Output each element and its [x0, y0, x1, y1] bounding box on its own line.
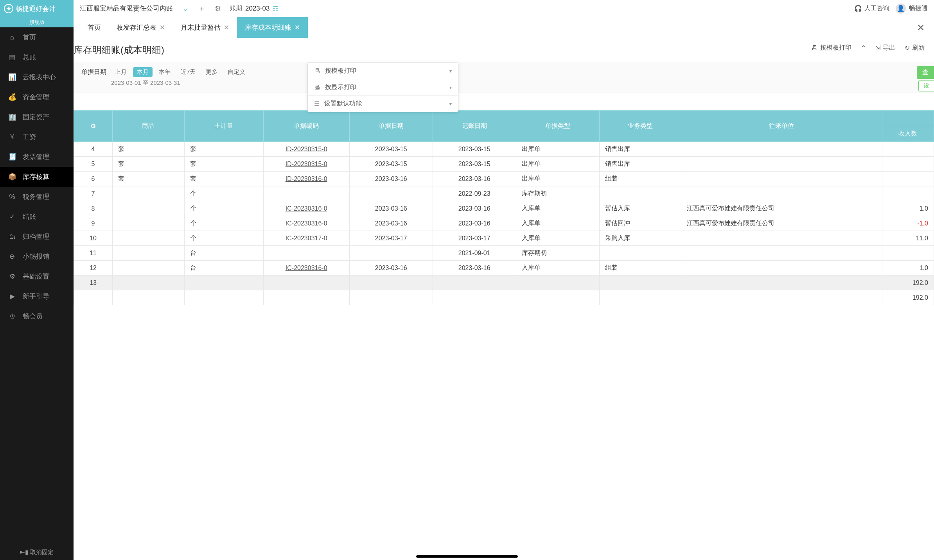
- table-row[interactable]: 12 台 IC-20230316-0 2023-03-16 2023-03-16…: [74, 261, 934, 276]
- table-row[interactable]: 5 套 套 ID-20230315-0 2023-03-15 2023-03-1…: [74, 157, 934, 172]
- cell-docdate: [349, 186, 433, 201]
- row-number: 8: [74, 201, 113, 216]
- date-chip-5[interactable]: 自定义: [224, 67, 249, 77]
- column-party: 往来单位: [681, 111, 882, 142]
- table-row[interactable]: 11 台 2021-09-01 库存期初: [74, 246, 934, 261]
- gear-icon[interactable]: ⚙: [215, 4, 221, 13]
- nav-icon-13: ▶: [8, 292, 16, 301]
- table-row[interactable]: 13 192.0: [74, 276, 934, 290]
- cell-product: [113, 216, 185, 231]
- period-value[interactable]: 2023-03: [245, 5, 269, 13]
- table-row[interactable]: 4 套 套 ID-20230315-0 2023-03-15 2023-03-1…: [74, 142, 934, 157]
- tab-3[interactable]: 库存成本明细账✕: [237, 17, 308, 38]
- cell-docdate: 2023-03-15: [349, 142, 433, 157]
- cell-unit: 个: [184, 186, 263, 201]
- sidebar-item-4[interactable]: 🏢固定资产: [0, 107, 74, 127]
- sidebar-item-14[interactable]: ♔畅会员: [0, 306, 74, 326]
- cell-postdate: 2023-03-16: [433, 216, 516, 231]
- settings-button[interactable]: 设: [918, 80, 934, 91]
- sidebar-item-13[interactable]: ▶新手引导: [0, 286, 74, 306]
- sidebar-item-10[interactable]: 🗂归档管理: [0, 227, 74, 247]
- date-chip-3[interactable]: 近7天: [177, 67, 199, 77]
- export-button[interactable]: ⇲ 导出: [875, 44, 895, 52]
- cell-postdate: 2021-09-01: [433, 246, 516, 261]
- doc-no-link[interactable]: IC-20230316-0: [263, 201, 349, 216]
- cell-postdate: 2023-03-15: [433, 157, 516, 172]
- dropdown-label: 按显示打印: [325, 83, 356, 91]
- sidebar-item-11[interactable]: ⊖小畅报销: [0, 247, 74, 267]
- sidebar-item-5[interactable]: ¥工资: [0, 127, 74, 147]
- print-template-button[interactable]: 🖶 按模板打印: [812, 44, 851, 52]
- sidebar-unpin[interactable]: ⇤▮ 取消固定: [0, 549, 74, 556]
- filter-bar: 单据日期 上月本月本年近7天更多自定义 2023-03-01 至 2023-03…: [74, 62, 934, 93]
- chevron-down-icon[interactable]: ⌄: [182, 4, 188, 13]
- cell: [263, 276, 349, 290]
- sidebar-item-3[interactable]: 💰资金管理: [0, 87, 74, 107]
- cell: [263, 186, 349, 201]
- column-gear[interactable]: ⚙: [74, 111, 113, 142]
- date-chip-4[interactable]: 更多: [202, 67, 221, 77]
- date-chip-0[interactable]: 上月: [111, 67, 131, 77]
- cell-unit: 台: [184, 261, 263, 276]
- calendar-icon[interactable]: ☶: [273, 5, 278, 12]
- doc-no-link[interactable]: ID-20230316-0: [263, 172, 349, 186]
- row-number: 9: [74, 216, 113, 231]
- cell-product: [113, 276, 185, 290]
- sidebar-item-0[interactable]: ⌂首页: [0, 27, 74, 47]
- add-icon[interactable]: ＋: [198, 4, 205, 13]
- nav-label: 资金管理: [23, 93, 49, 102]
- doc-no-link[interactable]: ID-20230315-0: [263, 142, 349, 157]
- page-toolbar: 🖶 按模板打印 ⌃ ⇲ 导出 ↻ 刷新: [812, 44, 925, 52]
- cell-doctype: 库存期初: [516, 246, 599, 261]
- company-selector[interactable]: 江西服宝精品有限责任公司内账: [80, 4, 173, 13]
- table-row[interactable]: 6 套 套 ID-20230316-0 2023-03-16 2023-03-1…: [74, 172, 934, 186]
- sidebar-item-12[interactable]: ⚙基础设置: [0, 267, 74, 286]
- cell-postdate: 2023-03-15: [433, 142, 516, 157]
- table-row[interactable]: 9 个 IC-20230316-0 2023-03-16 2023-03-16 …: [74, 216, 934, 231]
- sidebar-item-9[interactable]: ✓结账: [0, 207, 74, 227]
- cell-income: [882, 246, 934, 261]
- date-range: 2023-03-01 至 2023-03-31: [111, 79, 249, 87]
- chevron-down-icon: ▾: [449, 68, 452, 74]
- table-row[interactable]: 8 个 IC-20230316-0 2023-03-16 2023-03-16 …: [74, 201, 934, 216]
- tab-2[interactable]: 月末批量暂估✕: [173, 17, 237, 38]
- table-row[interactable]: 10 个 IC-20230317-0 2023-03-17 2023-03-17…: [74, 231, 934, 246]
- sidebar-item-1[interactable]: ▤总账: [0, 47, 74, 67]
- tab-1[interactable]: 收发存汇总表✕: [109, 17, 173, 38]
- nav-label: 税务管理: [23, 192, 49, 201]
- table-row[interactable]: 7 个 2022-09-23 库存期初: [74, 186, 934, 201]
- doc-no-link[interactable]: IC-20230316-0: [263, 261, 349, 276]
- tab-0[interactable]: 首页: [80, 17, 109, 38]
- tab-close-icon[interactable]: ✕: [295, 23, 300, 32]
- sidebar-item-6[interactable]: 🧾发票管理: [0, 147, 74, 167]
- dropdown-item-1[interactable]: 🖶按显示打印▾: [308, 79, 458, 96]
- cell-docdate: 2023-03-16: [349, 261, 433, 276]
- close-all-tabs-icon[interactable]: ✕: [914, 21, 928, 35]
- refresh-button[interactable]: ↻ 刷新: [905, 44, 925, 52]
- nav-label: 归档管理: [23, 232, 49, 241]
- sidebar-item-2[interactable]: 📊云报表中心: [0, 67, 74, 87]
- doc-no-link[interactable]: ID-20230315-0: [263, 157, 349, 172]
- gear-icon: ⚙: [90, 123, 96, 129]
- dropdown-item-0[interactable]: 🖶按模板打印▾: [308, 63, 458, 79]
- sidebar-item-8[interactable]: %税务管理: [0, 187, 74, 207]
- tab-close-icon[interactable]: ✕: [160, 23, 165, 32]
- doc-no-link[interactable]: IC-20230316-0: [263, 216, 349, 231]
- doc-no-link[interactable]: IC-20230317-0: [263, 231, 349, 246]
- support-link[interactable]: 🎧 人工咨询: [854, 4, 889, 13]
- dropdown-item-2[interactable]: ☰设置默认功能▾: [308, 96, 458, 112]
- table-footer-row: 192.0: [74, 290, 934, 305]
- query-button[interactable]: 查: [917, 66, 934, 79]
- sidebar-item-7[interactable]: 📦库存核算: [0, 167, 74, 187]
- chevron-up-icon[interactable]: ⌃: [861, 44, 866, 52]
- user-chip[interactable]: 👤 畅捷通: [896, 4, 928, 14]
- cell-biztype: [599, 246, 681, 261]
- date-chip-1[interactable]: 本月: [133, 67, 153, 77]
- cell-income: 11.0: [882, 231, 934, 246]
- cell-postdate: 2022-09-23: [433, 186, 516, 201]
- date-chip-2[interactable]: 本年: [155, 67, 174, 77]
- tab-close-icon[interactable]: ✕: [224, 23, 229, 32]
- cell-income: [882, 142, 934, 157]
- nav-icon-9: ✓: [8, 213, 16, 221]
- refresh-icon: ↻: [905, 44, 910, 52]
